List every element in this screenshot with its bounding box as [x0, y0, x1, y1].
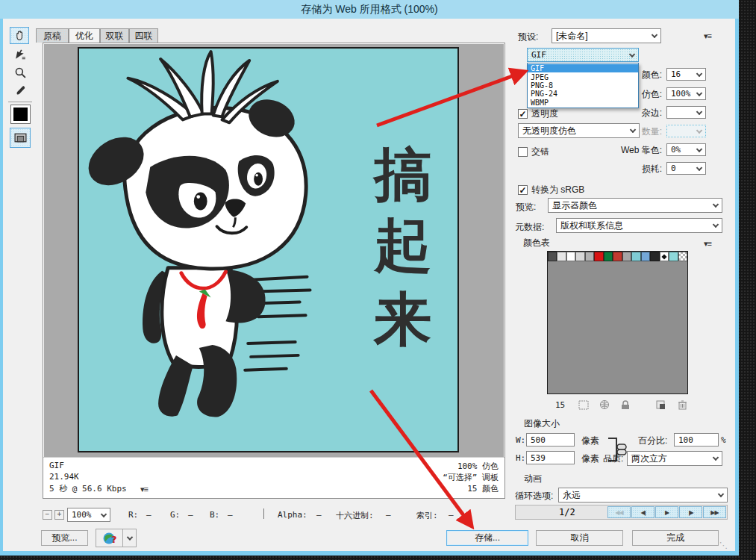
format-option-png-24[interactable]: PNG-24	[528, 90, 638, 98]
loop-options-select[interactable]: 永远	[558, 488, 728, 503]
color-table-menu-icon[interactable]: ▾≡	[704, 239, 711, 249]
tab-original-label: 原稿	[43, 30, 61, 43]
color-swatch[interactable]	[641, 252, 650, 261]
color-swatch[interactable]	[669, 252, 678, 261]
transparency-dither-value: 无透明度仿色	[522, 125, 576, 137]
height-input[interactable]: 539	[526, 451, 575, 464]
svg-text:来: 来	[372, 285, 431, 352]
b-value: —	[228, 510, 233, 520]
interlaced-checkbox[interactable]: 交错	[518, 146, 549, 158]
color-swatch[interactable]	[613, 252, 622, 261]
format-select[interactable]: GIF	[527, 48, 639, 62]
next-frame-button[interactable]: |▶	[679, 506, 702, 518]
matte-label: 杂边:	[634, 108, 662, 118]
color-swatch[interactable]	[660, 252, 669, 261]
svg-text:搞: 搞	[372, 140, 431, 208]
amount-field	[666, 125, 706, 137]
slice-select-tool[interactable]	[10, 46, 30, 63]
transparency-checkbox[interactable]: ✓ 透明度	[518, 108, 558, 120]
interlaced-label: 交错	[531, 146, 549, 158]
format-dropdown-list: GIFJPEGPNG-8PNG-24WBMP	[527, 63, 639, 108]
browser-select-button[interactable]: ?	[96, 529, 123, 547]
color-swatch[interactable]	[548, 252, 557, 261]
color-swatch[interactable]	[575, 252, 584, 261]
b-label: B:	[210, 510, 219, 520]
width-input[interactable]: 500	[526, 433, 575, 447]
quality-label: 品质:	[603, 453, 623, 464]
eyedropper-tool[interactable]	[10, 82, 30, 99]
color-swatch[interactable]	[557, 252, 566, 261]
play-button[interactable]: ▶	[655, 506, 678, 518]
r-value: —	[146, 510, 151, 520]
format-option-jpeg[interactable]: JPEG	[528, 72, 638, 81]
format-option-wbmp[interactable]: WBMP	[528, 99, 638, 107]
metadata-select[interactable]: 版权和联系信息	[556, 218, 722, 233]
quality-select[interactable]: 两次立方	[627, 451, 722, 466]
resize-grip[interactable]: ⋱	[719, 541, 728, 550]
hex-label: 十六进制:	[336, 510, 374, 521]
magnifier-icon	[14, 66, 27, 79]
preset-select[interactable]: [未命名]	[552, 28, 661, 43]
zoom-in-button[interactable]: +	[54, 510, 64, 520]
color-swatch[interactable]	[594, 252, 603, 261]
animation-label: 动画	[524, 473, 542, 484]
preset-value: [未命名]	[556, 30, 588, 43]
prev-frame-button[interactable]: ◀|	[631, 506, 655, 518]
color-swatch[interactable]	[604, 252, 613, 261]
first-frame-button[interactable]: ◀◀	[607, 506, 631, 518]
slices-icon	[13, 131, 28, 144]
dialog-title: 存储为 Web 所用格式 (100%)	[301, 3, 437, 16]
transparency-dither-select[interactable]: 无透明度仿色	[518, 123, 640, 138]
web-shift-icon[interactable]	[598, 399, 610, 411]
format-option-png-8[interactable]: PNG-8	[528, 81, 638, 90]
cancel-button[interactable]: 取消	[536, 530, 623, 546]
zoom-out-button[interactable]: −	[43, 510, 52, 520]
eyedropper-color-swatch[interactable]	[10, 105, 31, 124]
eyedropper-icon	[14, 84, 27, 97]
browser-select-arrow[interactable]	[122, 529, 137, 547]
tab-optimized[interactable]: 优化	[69, 28, 100, 43]
dialog-titlebar[interactable]: 存储为 Web 所用格式 (100%)	[0, 0, 739, 19]
info-filesize: 21.94K	[49, 472, 79, 482]
hand-tool[interactable]	[10, 27, 29, 44]
toggle-slices-visibility-button[interactable]	[10, 128, 31, 148]
web-snap-field[interactable]: 0%	[666, 143, 706, 156]
tab-4up[interactable]: 四联	[129, 28, 158, 43]
done-button[interactable]: 完成	[632, 530, 719, 546]
preview-in-browser-button[interactable]: 预览...	[41, 530, 88, 546]
zoom-level-select[interactable]: 100%	[67, 508, 110, 522]
tab-original[interactable]: 原稿	[36, 28, 69, 43]
preset-panel-menu-icon[interactable]: ▾≡	[704, 31, 711, 41]
info-palette: “可选择” 调板	[443, 472, 499, 483]
height-value: 539	[531, 453, 546, 463]
percent-unit: %	[721, 435, 726, 445]
colors-field[interactable]: 16	[666, 68, 706, 81]
format-option-gif[interactable]: GIF	[528, 64, 638, 72]
lock-color-icon[interactable]	[619, 399, 631, 411]
delete-color-icon[interactable]	[676, 399, 689, 411]
color-swatch[interactable]	[678, 252, 687, 261]
dither-amount-field[interactable]: 100%	[666, 87, 706, 100]
convert-srgb-checkbox[interactable]: ✓ 转换为 sRGB	[518, 184, 584, 196]
color-swatch[interactable]	[631, 252, 640, 261]
percent-input[interactable]: 100	[674, 433, 719, 447]
new-color-icon[interactable]	[655, 399, 667, 411]
color-swatch[interactable]	[566, 252, 575, 261]
optimized-image-canvas[interactable]: 搞 起 来	[78, 47, 459, 452]
matte-field[interactable]	[666, 106, 706, 119]
tab-2up[interactable]: 双联	[100, 28, 129, 43]
preview-mode-select[interactable]: 显示器颜色	[548, 198, 722, 213]
lossy-label: 损耗:	[634, 164, 662, 174]
color-swatch[interactable]	[622, 252, 631, 261]
snap-to-web-palette-icon[interactable]	[577, 399, 590, 411]
last-frame-button[interactable]: ▶▶	[703, 506, 726, 518]
color-swatch[interactable]	[585, 252, 594, 261]
quality-value: 两次立方	[631, 452, 667, 465]
download-speed-menu-icon[interactable]: ▾≡	[140, 485, 148, 494]
checkbox-checked-icon: ✓	[518, 109, 528, 119]
zoom-tool[interactable]	[10, 64, 30, 81]
color-swatch[interactable]	[650, 252, 659, 261]
save-button[interactable]: 存储...	[446, 530, 528, 546]
lossy-field[interactable]: 0	[666, 162, 706, 175]
toolbar-divider	[8, 102, 32, 102]
